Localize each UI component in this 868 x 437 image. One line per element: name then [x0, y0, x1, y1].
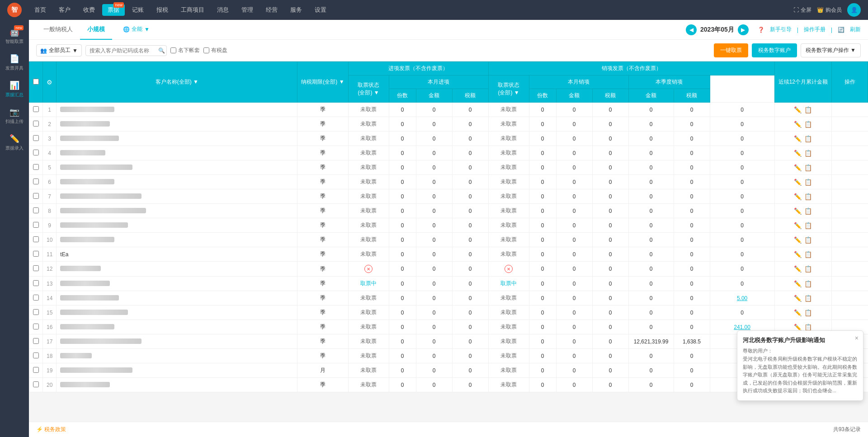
search-input[interactable]	[85, 45, 167, 56]
tab-small-scale[interactable]: 小规模	[80, 20, 112, 40]
row-checkbox[interactable]	[33, 280, 39, 286]
prev-month-btn[interactable]: ◀	[686, 24, 697, 35]
table-settings-icon[interactable]: ⚙	[47, 79, 52, 86]
row-checkbox[interactable]	[33, 135, 39, 141]
edit-icon[interactable]: ✏️	[794, 309, 802, 316]
row-checkbox-cell[interactable]	[29, 233, 43, 247]
my-ledger-checkbox[interactable]	[170, 47, 176, 53]
tax-policy-link[interactable]: ⚡ 税务政策	[36, 426, 66, 433]
th-customer-name[interactable]: 客户名称(全部) ▼	[57, 62, 297, 103]
sidebar-item-invoice-summary[interactable]: 📊 票据汇总	[2, 77, 27, 102]
copy-icon[interactable]: 📋	[804, 193, 812, 200]
edit-icon[interactable]: ✏️	[794, 135, 802, 142]
sidebar-item-scan-upload[interactable]: 📷 扫描上传	[2, 103, 27, 128]
user-avatar[interactable]: 👤	[847, 3, 861, 17]
copy-icon[interactable]: 📋	[804, 179, 812, 186]
row-checkbox[interactable]	[33, 106, 39, 112]
edit-icon[interactable]: ✏️	[794, 121, 802, 128]
edit-icon[interactable]: ✏️	[794, 324, 802, 331]
has-tax-disk-checkbox-label[interactable]: 有税盘	[203, 47, 227, 54]
row-checkbox[interactable]	[33, 309, 39, 315]
row-checkbox-cell[interactable]	[29, 320, 43, 334]
select-all-checkbox[interactable]	[33, 79, 39, 85]
row-checkbox-cell[interactable]	[29, 363, 43, 378]
row-checkbox-cell[interactable]	[29, 218, 43, 233]
row-checkbox-cell[interactable]	[29, 349, 43, 363]
notification-close-btn[interactable]: ×	[855, 334, 859, 342]
has-tax-disk-checkbox[interactable]	[203, 47, 209, 53]
row-checkbox[interactable]	[33, 251, 39, 257]
vip-btn[interactable]: 👑 购会员	[817, 6, 842, 14]
nav-tax[interactable]: 报税	[151, 4, 174, 16]
nav-message[interactable]: 消息	[212, 4, 234, 16]
copy-icon[interactable]: 📋	[804, 164, 812, 171]
edit-icon[interactable]: ✏️	[794, 222, 802, 229]
digital-account-op-btn[interactable]: 税务数字账户操作 ▼	[801, 43, 861, 57]
copy-icon[interactable]: 📋	[804, 295, 812, 302]
row-checkbox[interactable]	[33, 265, 39, 271]
copy-icon[interactable]: 📋	[804, 309, 812, 316]
row-checkbox[interactable]	[33, 338, 39, 344]
row-checkbox[interactable]	[33, 121, 39, 127]
my-ledger-checkbox-label[interactable]: 名下帐套	[170, 47, 200, 54]
row-checkbox-cell[interactable]	[29, 291, 43, 305]
edit-icon[interactable]: ✏️	[794, 295, 802, 302]
row-checkbox-cell[interactable]	[29, 117, 43, 132]
row-checkbox-cell[interactable]	[29, 378, 43, 392]
edit-icon[interactable]: ✏️	[794, 251, 802, 258]
digital-account-btn[interactable]: 税务数字账户	[752, 43, 797, 57]
th-in-status[interactable]: 取票状态(全部) ▼	[348, 75, 389, 103]
one-click-ticket-btn[interactable]: 一键取票	[714, 43, 748, 57]
edit-icon[interactable]: ✏️	[794, 236, 802, 244]
row-checkbox[interactable]	[33, 207, 39, 213]
row-checkbox-cell[interactable]	[29, 262, 43, 277]
nav-settings[interactable]: 设置	[309, 4, 332, 16]
nav-bookkeeping[interactable]: 记账	[127, 4, 149, 16]
next-month-btn[interactable]: ▶	[738, 24, 749, 35]
row-checkbox[interactable]	[33, 222, 39, 228]
row-checkbox-cell[interactable]	[29, 204, 43, 218]
edit-icon[interactable]: ✏️	[794, 106, 802, 113]
row-checkbox-cell[interactable]	[29, 277, 43, 291]
nav-business[interactable]: 工商项目	[175, 4, 210, 16]
row-checkbox[interactable]	[33, 295, 39, 301]
row-checkbox-cell[interactable]	[29, 175, 43, 189]
copy-icon[interactable]: 📋	[804, 150, 812, 157]
row-checkbox-cell[interactable]	[29, 132, 43, 146]
copy-icon[interactable]: 📋	[804, 324, 812, 331]
copy-icon[interactable]: 📋	[804, 121, 812, 128]
new-guide-link[interactable]: 新手引导	[770, 26, 792, 33]
th-tax-period[interactable]: 纳税期限(全部) ▼	[297, 62, 348, 103]
row-checkbox[interactable]	[33, 150, 39, 155]
row-checkbox[interactable]	[33, 324, 39, 329]
tab-all-capable[interactable]: 🌐 全能 ▼	[116, 20, 157, 39]
row-checkbox-cell[interactable]	[29, 189, 43, 204]
copy-icon[interactable]: 📋	[804, 280, 812, 287]
copy-icon[interactable]: 📋	[804, 251, 812, 258]
employee-select[interactable]: 👥 全部员工 ▼	[36, 44, 82, 56]
nav-billing[interactable]: 收费	[78, 4, 100, 16]
sidebar-item-smart-ticket[interactable]: 🤖 智能取票 new	[2, 23, 27, 48]
edit-icon[interactable]: ✏️	[794, 280, 802, 287]
copy-icon[interactable]: 📋	[804, 135, 812, 142]
refresh-link[interactable]: 刷新	[850, 26, 861, 33]
row-checkbox[interactable]	[33, 381, 39, 387]
row-checkbox[interactable]	[33, 164, 39, 170]
row-checkbox-cell[interactable]	[29, 334, 43, 349]
edit-icon[interactable]: ✏️	[794, 207, 802, 215]
sidebar-item-invoice-entry[interactable]: ✏️ 票据录入	[2, 130, 27, 155]
sidebar-item-invoice-open[interactable]: 📄 发票开具	[2, 50, 27, 75]
row-checkbox[interactable]	[33, 236, 39, 242]
edit-icon[interactable]: ✏️	[794, 150, 802, 157]
edit-icon[interactable]: ✏️	[794, 193, 802, 200]
row-checkbox-cell[interactable]	[29, 247, 43, 262]
row-checkbox-cell[interactable]	[29, 146, 43, 160]
manual-link[interactable]: 操作手册	[804, 26, 826, 33]
search-button[interactable]: 🔍	[158, 47, 165, 54]
tab-general-taxpayer[interactable]: 一般纳税人	[36, 20, 80, 40]
edit-icon[interactable]: ✏️	[794, 179, 802, 186]
nav-manage[interactable]: 管理	[236, 4, 259, 16]
copy-icon[interactable]: 📋	[804, 222, 812, 229]
copy-icon[interactable]: 📋	[804, 207, 812, 215]
nav-customer[interactable]: 客户	[53, 4, 76, 16]
